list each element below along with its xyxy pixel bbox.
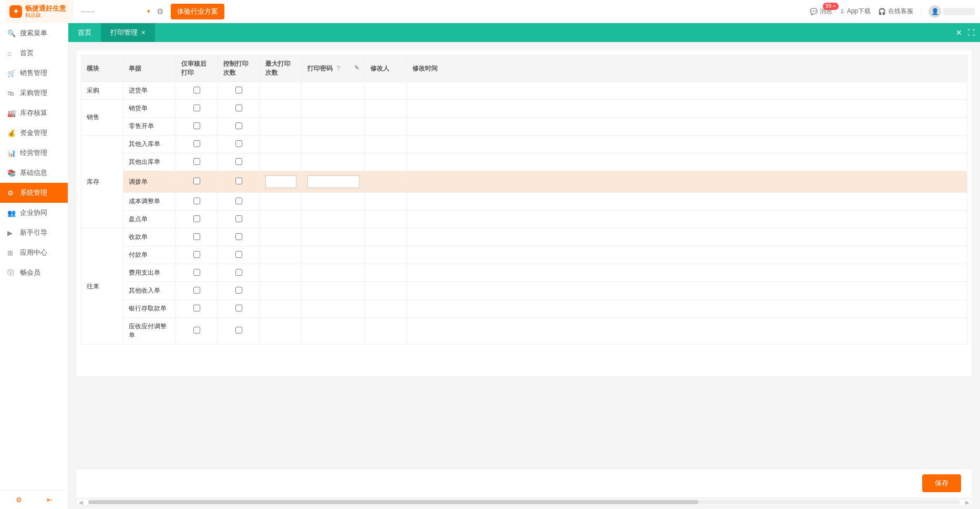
max-count-input[interactable]	[265, 175, 296, 188]
close-all-icon[interactable]: ✕	[956, 28, 962, 37]
audited-only-checkbox[interactable]	[193, 327, 200, 334]
sidebar-purchase[interactable]: 🛍采购管理	[0, 83, 68, 103]
modifier-cell	[365, 246, 407, 264]
limit-count-checkbox[interactable]	[235, 105, 242, 111]
fullscreen-icon[interactable]: ⛶	[967, 28, 975, 37]
limit-count-checkbox[interactable]	[235, 140, 242, 147]
print-settings-table: 模块 单据 仅审核后打印 控制打印次数 最大打印次数 打印密码 ? ✎	[81, 55, 967, 345]
horizontal-scrollbar[interactable]: ◀ ▶	[77, 500, 972, 505]
limit-count-checkbox[interactable]	[235, 287, 242, 294]
limit-count-checkbox[interactable]	[235, 269, 242, 276]
sidebar-collab[interactable]: 👥企业协同	[0, 203, 68, 223]
limit-count-checkbox[interactable]	[235, 158, 242, 165]
save-button[interactable]: 保存	[922, 474, 961, 492]
scroll-left-icon[interactable]: ◀	[77, 500, 85, 505]
table-row: 销售销货单	[81, 100, 967, 118]
modifier-cell	[365, 211, 407, 228]
doc-cell: 其他收入单	[123, 282, 176, 300]
org-selector[interactable]: —— ▾	[81, 7, 150, 15]
sidebar-inventory[interactable]: 🏭库存核算	[0, 103, 68, 123]
modifier-cell	[365, 171, 407, 193]
sidebar-member[interactable]: Ⓥ畅会员	[0, 263, 68, 283]
max-count-cell	[260, 300, 302, 318]
sidebar-funds[interactable]: 💰资金管理	[0, 123, 68, 143]
audited-only-checkbox[interactable]	[193, 105, 200, 111]
audited-only-checkbox[interactable]	[193, 122, 200, 129]
audited-only-checkbox[interactable]	[193, 140, 200, 147]
modified-at-cell	[407, 82, 967, 100]
settings-icon[interactable]: ⚙	[16, 496, 22, 504]
headset-icon: 🎧	[878, 8, 886, 15]
doc-cell: 其他出库单	[123, 153, 176, 171]
audited-only-checkbox[interactable]	[193, 305, 200, 311]
sidebar-item-label: 应用中心	[20, 248, 47, 257]
help-icon[interactable]: ?	[336, 65, 340, 72]
limit-count-checkbox[interactable]	[235, 122, 242, 129]
modifier-cell	[365, 193, 407, 211]
sidebar-ops[interactable]: 📊经营管理	[0, 143, 68, 163]
sidebar-apps[interactable]: ⊞应用中心	[0, 243, 68, 263]
password-cell	[302, 82, 365, 100]
limit-count-checkbox[interactable]	[235, 233, 242, 240]
doc-cell: 费用支出单	[123, 264, 176, 282]
doc-cell: 付款单	[123, 246, 176, 264]
limit-count-checkbox[interactable]	[235, 87, 242, 94]
sidebar-item-label: 企业协同	[20, 208, 47, 217]
user-menu[interactable]: 👤	[929, 5, 975, 18]
collapse-icon[interactable]: ⇤	[47, 496, 53, 504]
sidebar-sales[interactable]: 🛒销售管理	[0, 63, 68, 83]
modified-at-cell	[407, 171, 967, 193]
audited-only-checkbox[interactable]	[193, 233, 200, 240]
messages-link[interactable]: 💬 消息 99 +	[810, 7, 832, 16]
audited-only-checkbox[interactable]	[193, 178, 200, 184]
limit-count-checkbox[interactable]	[235, 198, 242, 204]
sidebar-search[interactable]: 🔍搜索菜单	[0, 23, 68, 43]
table-row: 其他出库单	[81, 153, 967, 171]
doc-cell: 银行存取款单	[123, 300, 176, 318]
avatar-icon: 👤	[929, 5, 941, 18]
sidebar-basic[interactable]: 📚基础信息	[0, 163, 68, 183]
password-cell	[302, 136, 365, 153]
audited-only-checkbox[interactable]	[193, 87, 200, 94]
limit-count-checkbox[interactable]	[235, 215, 242, 222]
audited-only-checkbox[interactable]	[193, 251, 200, 258]
modified-at-cell	[407, 246, 967, 264]
modified-at-cell	[407, 153, 967, 171]
module-cell: 销售	[81, 100, 123, 136]
edit-column-icon[interactable]: ✎	[354, 64, 359, 71]
audited-only-checkbox[interactable]	[193, 198, 200, 204]
tab-0[interactable]: 首页	[68, 23, 101, 42]
scroll-right-icon[interactable]: ▶	[963, 500, 972, 505]
th-module: 模块	[81, 55, 123, 82]
sidebar-system[interactable]: ⚙系统管理	[0, 183, 68, 203]
table-row: 库存其他入库单	[81, 136, 967, 153]
sidebar-home[interactable]: ⌂首页	[0, 43, 68, 63]
gear-icon[interactable]: ⚙	[157, 7, 163, 16]
limit-count-checkbox[interactable]	[235, 305, 242, 311]
online-service-link[interactable]: 🎧 在线客服	[878, 7, 913, 16]
sidebar-item-label: 搜索菜单	[20, 28, 47, 38]
modifier-cell	[365, 100, 407, 118]
limit-count-checkbox[interactable]	[235, 251, 242, 258]
tab-close-icon[interactable]: ✕	[141, 29, 146, 36]
audited-only-checkbox[interactable]	[193, 269, 200, 276]
table-row: 零售开单	[81, 118, 967, 136]
app-download-link[interactable]: ⇩ App下载	[840, 7, 871, 16]
sidebar-home-icon: ⌂	[7, 49, 16, 57]
sidebar-guide[interactable]: ▶新手引导	[0, 223, 68, 243]
module-cell: 往来	[81, 228, 123, 345]
try-industry-button[interactable]: 体验行业方案	[171, 4, 224, 19]
password-cell	[302, 300, 365, 318]
limit-count-checkbox[interactable]	[235, 178, 242, 184]
password-input[interactable]	[307, 175, 359, 188]
audited-only-checkbox[interactable]	[193, 158, 200, 165]
audited-only-checkbox[interactable]	[193, 215, 200, 222]
limit-count-checkbox[interactable]	[235, 327, 242, 334]
tab-label: 首页	[78, 28, 91, 37]
tab-1[interactable]: 打印管理✕	[101, 23, 155, 42]
table-row: 成本调整单	[81, 193, 967, 211]
brand-subtitle: 精品版	[25, 12, 66, 18]
audited-only-checkbox[interactable]	[193, 287, 200, 294]
sidebar: 🔍搜索菜单⌂首页🛒销售管理🛍采购管理🏭库存核算💰资金管理📊经营管理📚基础信息⚙系…	[0, 23, 68, 509]
sidebar-sales-icon: 🛒	[7, 69, 16, 77]
